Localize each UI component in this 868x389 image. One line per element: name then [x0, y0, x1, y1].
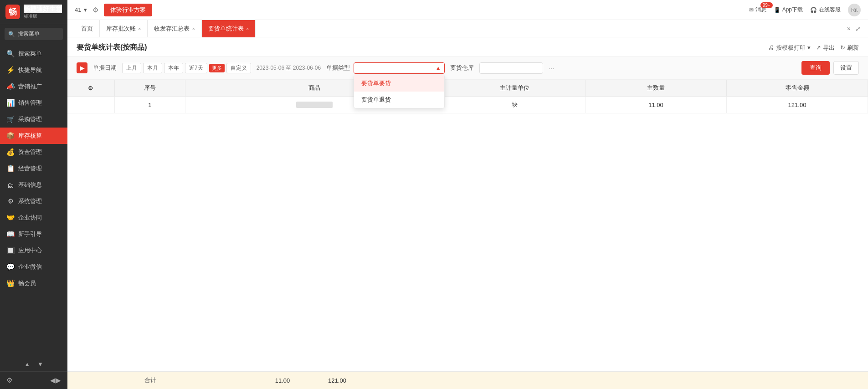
type-label: 单据类型: [326, 64, 350, 72]
settings-icon[interactable]: ⚙: [6, 376, 12, 384]
filter-actions: 查询 设置: [801, 61, 859, 75]
sidebar-scroll-up[interactable]: ▲: [22, 359, 32, 369]
topbar-gear-icon[interactable]: ⚙: [92, 6, 98, 14]
cell-qty: 11.00: [586, 97, 727, 113]
sidebar-item-label: 企业微信: [18, 263, 42, 271]
sidebar-item-guide[interactable]: 📖新手引导: [0, 226, 67, 242]
footer-qty: 11.00: [255, 377, 310, 384]
service-icon: 🎧: [810, 7, 817, 13]
refresh-button[interactable]: ↻ 刷新: [840, 44, 859, 52]
date-custom[interactable]: 自定义: [226, 63, 251, 73]
tab-order-stats[interactable]: 要货单统计表 ×: [202, 20, 256, 37]
sidebar-item-quick-nav[interactable]: ⚡快捷导航: [0, 62, 67, 78]
sidebar-item-enterprise[interactable]: 🤝企业协同: [0, 210, 67, 226]
tab-home[interactable]: 首页: [75, 20, 100, 37]
sidebar-item-label: 资金管理: [18, 148, 42, 156]
sidebar-nav: 🔍搜索菜单⚡快捷导航📣营销推广📊销售管理🛒采购管理📦库存核算💰资金管理📋经营管理…: [0, 44, 67, 357]
sales-icon: 📊: [6, 99, 15, 107]
sidebar-item-wechat[interactable]: 💬企业微信: [0, 259, 67, 275]
type-dropdown-icon[interactable]: ▲: [435, 65, 441, 72]
sidebar-item-vip[interactable]: 👑畅会员: [0, 275, 67, 292]
sidebar-search[interactable]: 🔍 搜索菜单: [5, 28, 63, 40]
topbar: 41 ▾ ⚙ 体验行业方案 ✉ 消息 99+ 📱 App下载 🎧 在线客服 Ri…: [67, 0, 868, 20]
date-this-month[interactable]: 本月: [143, 63, 162, 73]
basics-icon: 🗂: [6, 181, 15, 189]
sidebar-item-label: 系统管理: [18, 197, 42, 205]
sidebar-item-label: 搜索菜单: [18, 50, 42, 58]
page-header-actions: 🖨 按模板打印 ▾ ↗ 导出 ↻ 刷新: [768, 44, 859, 52]
tab-receive-send-summary[interactable]: 收发存汇总表 ×: [148, 20, 201, 37]
dropdown-item-order-return[interactable]: 要货单退货: [354, 92, 444, 108]
sidebar-item-basics[interactable]: 🗂基础信息: [0, 177, 67, 193]
trial-button[interactable]: 体验行业方案: [104, 4, 152, 16]
quick-nav-icon: ⚡: [6, 66, 15, 74]
print-icon: 🖨: [768, 44, 774, 51]
sidebar-item-label: 采购管理: [18, 115, 42, 123]
sidebar-item-label: 畅会员: [18, 279, 36, 287]
sidebar-item-finance[interactable]: 💰资金管理: [0, 144, 67, 160]
setting-button[interactable]: 设置: [833, 61, 859, 75]
phone-icon: 📱: [774, 7, 781, 13]
tab-maximize-icon[interactable]: ⤢: [855, 25, 861, 32]
inventory-icon: 📦: [6, 132, 15, 140]
sidebar-item-apps[interactable]: 🔲应用中心: [0, 242, 67, 259]
cell-num: 1: [114, 97, 185, 113]
tab-order-stats-close[interactable]: ×: [246, 26, 249, 31]
sidebar-bottom: ⚙ ◀▶: [0, 371, 67, 389]
date-prev-month[interactable]: 上月: [122, 63, 141, 73]
refresh-icon: ↻: [840, 44, 845, 51]
main-area: 41 ▾ ⚙ 体验行业方案 ✉ 消息 99+ 📱 App下载 🎧 在线客服 Ri…: [67, 0, 868, 389]
sidebar-item-label: 销售管理: [18, 99, 42, 107]
query-button[interactable]: 查询: [801, 61, 830, 75]
store-selector[interactable]: 41 ▾: [75, 6, 87, 13]
apps-icon: 🔲: [6, 246, 15, 255]
filter-expand-button[interactable]: ▶: [77, 62, 87, 73]
sidebar-item-label: 营销推广: [18, 82, 42, 91]
col-header-unit: 主计量单位: [444, 80, 586, 97]
date-more-badge[interactable]: 更多: [209, 64, 225, 72]
message-badge: 99+: [760, 2, 773, 8]
warehouse-label: 要货仓库: [450, 64, 474, 72]
logo-icon: 畅: [5, 5, 20, 19]
tab-batch-inventory[interactable]: 库存批次账 ×: [100, 20, 148, 37]
filter-more-icon[interactable]: ···: [549, 64, 555, 72]
marketing-icon: 📣: [6, 82, 15, 91]
sidebar-item-search[interactable]: 🔍搜索菜单: [0, 46, 67, 62]
dropdown-item-order-goods[interactable]: 要货单要货: [354, 75, 444, 92]
type-dropdown-menu: 要货单要货 要货单退货: [354, 75, 445, 108]
sidebar-scroll-down[interactable]: ▼: [36, 359, 45, 369]
footer-amount: 121.00: [310, 377, 365, 384]
tab-close-icon[interactable]: ×: [847, 25, 851, 32]
print-dropdown-icon: ▾: [807, 44, 811, 51]
enterprise-icon: 🤝: [6, 214, 15, 222]
print-template-button[interactable]: 🖨 按模板打印 ▾: [768, 44, 811, 52]
collapse-icon[interactable]: ◀▶: [50, 376, 61, 384]
sidebar-item-inventory[interactable]: 📦库存核算: [0, 128, 67, 144]
sidebar-item-purchase[interactable]: 🛒采购管理: [0, 111, 67, 128]
date-range-display: 2023-05-06 至 2023-06-06: [257, 64, 321, 72]
sidebar-item-label: 新手引导: [18, 230, 42, 238]
logo-text: 畅捷通好生意 标准版: [24, 5, 62, 19]
sidebar: 畅 畅捷通好生意 标准版 🔍 搜索菜单 🔍搜索菜单⚡快捷导航📣营销推广📊销售管理…: [0, 0, 67, 389]
type-input[interactable]: [354, 62, 445, 74]
sidebar-item-sales[interactable]: 📊销售管理: [0, 95, 67, 111]
sidebar-item-operations[interactable]: 📋经营管理: [0, 160, 67, 177]
tab-receive-send-summary-close[interactable]: ×: [192, 26, 195, 31]
export-button[interactable]: ↗ 导出: [816, 44, 835, 52]
sidebar-item-label: 应用中心: [18, 246, 42, 255]
tab-batch-inventory-close[interactable]: ×: [138, 26, 141, 31]
sidebar-item-system[interactable]: ⚙系统管理: [0, 193, 67, 210]
col-header-settings[interactable]: ⚙: [67, 80, 114, 97]
sidebar-item-marketing[interactable]: 📣营销推广: [0, 78, 67, 95]
wechat-icon: 💬: [6, 263, 15, 271]
store-dropdown-icon: ▾: [84, 6, 87, 13]
app-download-button[interactable]: 📱 App下载: [774, 6, 803, 14]
online-service-button[interactable]: 🎧 在线客服: [810, 6, 841, 14]
date-last-7-days[interactable]: 近7天: [185, 63, 207, 73]
page-title: 要货单统计表(按商品): [77, 43, 147, 52]
user-avatar[interactable]: Rit: [848, 4, 861, 16]
table-footer: 合计 11.00 121.00: [67, 371, 868, 389]
date-this-year[interactable]: 本年: [164, 63, 183, 73]
messages-button[interactable]: ✉ 消息 99+: [749, 6, 766, 14]
warehouse-input[interactable]: [479, 62, 543, 74]
